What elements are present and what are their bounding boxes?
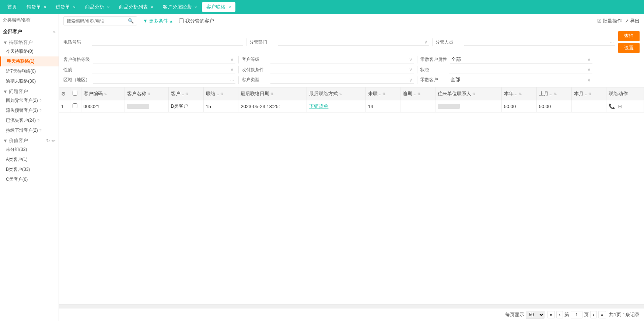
- phone-action-icon[interactable]: 📞: [609, 103, 615, 109]
- department-select[interactable]: ∨: [278, 38, 429, 46]
- customer-type-select[interactable]: ∨: [270, 76, 414, 84]
- col-last-contact-method[interactable]: 最后联络方式 ⇅: [307, 87, 365, 100]
- export-button[interactable]: ↗ 导出: [625, 18, 640, 24]
- sidebar-group-pending-contact[interactable]: ▼ 待联络客户: [0, 37, 59, 46]
- sort-icon-overdue[interactable]: ⇅: [417, 92, 420, 96]
- prev-page-button[interactable]: ‹: [556, 311, 563, 318]
- sidebar-item-ungrouped[interactable]: 未分组(32): [0, 145, 59, 155]
- query-button[interactable]: 查询: [618, 31, 640, 41]
- close-sales-icon[interactable]: ×: [44, 5, 46, 9]
- filter-customer-level: 客户等级 ∨: [242, 56, 414, 63]
- sidebar-item-class-c[interactable]: C类客户(6): [0, 175, 59, 184]
- col-overdue[interactable]: 逾期... ⇅: [400, 87, 435, 100]
- sidebar-item-overdue[interactable]: 逾期未联络(30): [0, 76, 59, 86]
- sort-icon-this-month[interactable]: ⇅: [588, 92, 591, 96]
- col-customer-name[interactable]: 客户名称 ⇅: [125, 87, 169, 100]
- sidebar-item-declining[interactable]: 持续下滑客户(2) ?: [0, 125, 59, 135]
- customer-level-select[interactable]: ∨: [270, 56, 414, 63]
- sidebar-item-repurchase-abnormal[interactable]: 回购异常客户(2) ?: [0, 96, 59, 106]
- sort-icon-method[interactable]: ⇅: [339, 92, 342, 96]
- close-customer-contact-icon[interactable]: ×: [228, 5, 231, 9]
- gear-icon[interactable]: ⚙: [61, 91, 66, 97]
- scattered-attr-select[interactable]: 全部 ∨: [450, 55, 592, 64]
- batch-operate-button[interactable]: ☑ 批量操作: [597, 18, 622, 24]
- region-select[interactable]: ···: [93, 76, 235, 84]
- toolbar-search-icon[interactable]: 🔍: [128, 18, 134, 24]
- phone-input[interactable]: [92, 39, 243, 46]
- my-customers-checkbox-label[interactable]: 我分管的客户: [179, 18, 214, 24]
- close-analysis-icon[interactable]: ×: [107, 5, 109, 9]
- horizontal-scrollbar[interactable]: [59, 304, 644, 308]
- sidebar-group-value[interactable]: ▼ 价值客户 ↻ ✏: [0, 135, 59, 145]
- sidebar-item-today[interactable]: 今天待联络(0): [0, 46, 59, 56]
- filter-nature: 性质 ∨: [63, 66, 235, 73]
- cell-this-month: [571, 100, 606, 113]
- filter-row-3: 性质 ∨ 收付款条件 ∨ 状态: [63, 66, 640, 73]
- contact-method-link[interactable]: 下销货单: [309, 103, 328, 109]
- col-checkbox: [70, 87, 81, 100]
- cell-overdue: [400, 100, 435, 113]
- sort-icon-type[interactable]: ⇅: [185, 92, 188, 96]
- page-number-input[interactable]: [571, 311, 582, 318]
- payment-select[interactable]: ∨: [270, 66, 414, 73]
- sort-icon-code[interactable]: ⇅: [104, 92, 107, 96]
- toolbar-search-input[interactable]: [67, 18, 126, 24]
- all-customers-title[interactable]: 全部客户 «: [0, 26, 59, 37]
- select-all-checkbox[interactable]: [73, 91, 77, 96]
- sidebar-item-lost-warning[interactable]: 流失预警客户(3) ?: [0, 106, 59, 115]
- close-analysis-list-icon[interactable]: ×: [151, 5, 153, 9]
- col-not-contacted[interactable]: 未联... ⇅: [365, 87, 400, 100]
- sort-icon-unit-contact[interactable]: ⇅: [472, 92, 475, 96]
- scattered-customer-select[interactable]: 全部 ∨: [449, 76, 592, 84]
- my-customers-checkbox[interactable]: [179, 18, 184, 23]
- price-level-select[interactable]: ∨: [93, 56, 235, 63]
- col-unit-contact[interactable]: 往来单位联系人 ⇅: [435, 87, 501, 100]
- row-checkbox[interactable]: [73, 103, 77, 108]
- cell-last-contact-method: 下销货单: [307, 100, 365, 113]
- more-filter-button[interactable]: ▼ 更多条件 ▲: [140, 17, 176, 25]
- refresh-icon[interactable]: ↻: [46, 138, 50, 144]
- close-purchase-icon[interactable]: ×: [73, 5, 75, 9]
- sort-icon-date[interactable]: ⇅: [270, 92, 273, 96]
- sort-icon-contact[interactable]: ⇅: [220, 92, 223, 96]
- col-last-month[interactable]: 上月... ⇅: [536, 87, 571, 100]
- col-this-year[interactable]: 本年... ⇅: [501, 87, 536, 100]
- blurred-customer-name: [127, 104, 149, 109]
- nav-item-customer-tier[interactable]: 客户分层经营 ×: [158, 2, 201, 12]
- sidebar-item-churned[interactable]: 已流失客户(24) ?: [0, 115, 59, 125]
- sidebar-item-week[interactable]: 近7天待联络(0): [0, 66, 59, 76]
- col-this-month[interactable]: 本月... ⇅: [571, 87, 606, 100]
- nav-item-analysis-list[interactable]: 商品分析列表 ×: [115, 2, 157, 12]
- first-page-button[interactable]: «: [547, 311, 555, 318]
- col-gear: ⚙: [59, 87, 70, 100]
- per-page-select[interactable]: 50 100 200: [526, 311, 545, 319]
- cell-last-month: 50.00: [536, 100, 571, 113]
- status-select[interactable]: ∨: [449, 66, 592, 73]
- col-customer-type[interactable]: 客户... ⇅: [168, 87, 203, 100]
- nav-item-home[interactable]: 首页: [3, 2, 21, 12]
- settings-button[interactable]: 设置: [618, 43, 640, 53]
- sidebar-search-input[interactable]: [3, 17, 58, 23]
- manager-select[interactable]: ···: [464, 38, 615, 46]
- grid-action-icon[interactable]: ⊞: [618, 103, 622, 109]
- sort-icon-last-month[interactable]: ⇅: [554, 92, 557, 96]
- col-customer-code[interactable]: 客户编码 ⇅: [81, 87, 125, 100]
- sort-icon-not-contacted[interactable]: ⇅: [382, 92, 385, 96]
- nav-item-customer-contact[interactable]: 客户联络 ×: [202, 2, 235, 12]
- col-last-contact-date[interactable]: 最后联络日期 ⇅: [238, 87, 307, 100]
- edit-icon[interactable]: ✏: [52, 138, 56, 144]
- nav-item-analysis[interactable]: 商品分析 ×: [81, 2, 114, 12]
- sort-icon-name[interactable]: ⇅: [147, 92, 150, 96]
- sidebar-group-problem[interactable]: ▼ 问题客户: [0, 86, 59, 96]
- next-page-button[interactable]: ›: [590, 311, 597, 318]
- sidebar-item-class-b[interactable]: B类客户(33): [0, 165, 59, 175]
- col-contact-count[interactable]: 联络... ⇅: [203, 87, 238, 100]
- sort-icon-this-year[interactable]: ⇅: [519, 92, 522, 96]
- sidebar-item-class-a[interactable]: A类客户(1): [0, 155, 59, 165]
- last-page-button[interactable]: »: [598, 311, 606, 318]
- nav-item-purchase[interactable]: 进货单 ×: [51, 2, 80, 12]
- nav-item-sales[interactable]: 销货单 ×: [22, 2, 50, 12]
- nature-select[interactable]: ∨: [92, 66, 235, 73]
- sidebar-item-tomorrow[interactable]: 明天待联络(1): [0, 56, 59, 66]
- close-customer-tier-icon[interactable]: ×: [195, 5, 197, 9]
